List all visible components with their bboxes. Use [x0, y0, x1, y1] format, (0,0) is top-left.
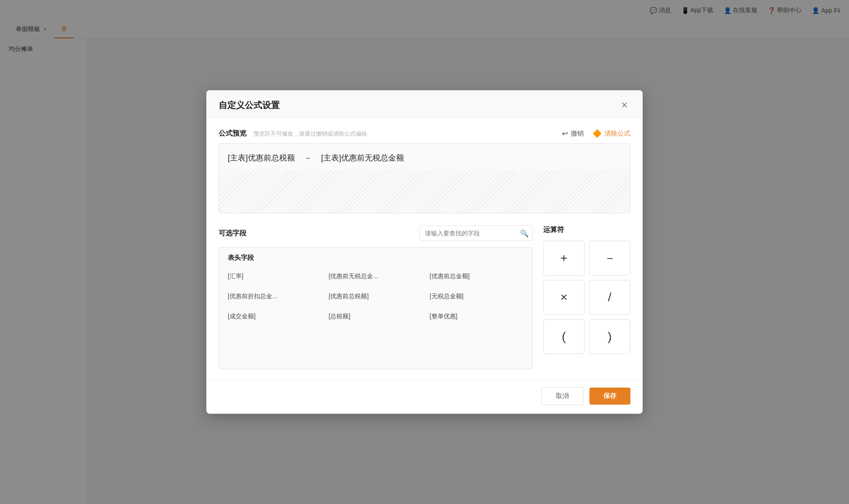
field-item-pretax-discount-total[interactable]: [优惠前折扣总金... — [224, 286, 325, 306]
field-group-header: 表头字段 — [219, 248, 532, 266]
formula-left-term: [主表]优惠前总税额 — [228, 153, 295, 162]
formula-expression: [主表]优惠前总税额 － [主表]优惠前无税总金额 — [228, 153, 621, 163]
clear-formula-button[interactable]: 🔶 清除公式 — [592, 129, 630, 138]
operator-multiply-button[interactable]: × — [543, 280, 585, 315]
formula-section-title: 公式预览 — [219, 129, 246, 138]
field-panel-header: 可选字段 🔍 — [219, 225, 533, 241]
field-search-box: 🔍 — [419, 225, 533, 241]
formula-settings-modal: 自定义公式设置 ✕ 公式预览 预览区不可修改，请通过撤销或清除公式编辑 ↩ 撤销… — [206, 90, 643, 414]
search-icon: 🔍 — [520, 229, 529, 238]
formula-preview-section: 公式预览 预览区不可修改，请通过撤销或清除公式编辑 ↩ 撤销 🔶 清除公式 [主… — [219, 129, 630, 213]
field-list-container: 表头字段 [汇率] [优惠前无税总金... [优惠前总金额] [优惠前折扣总金.… — [219, 247, 533, 369]
undo-button[interactable]: ↩ 撤销 — [562, 129, 584, 138]
operator-grid: + － × / ( ) — [543, 241, 630, 354]
field-item-total-tax[interactable]: [总税额] — [325, 306, 426, 327]
field-grid: [汇率] [优惠前无税总金... [优惠前总金额] [优惠前折扣总金... [优 — [219, 266, 532, 332]
field-item-pretax-tax[interactable]: [优惠前总税额] — [325, 286, 426, 306]
field-item-notax-total[interactable]: [无税总金额] — [426, 286, 527, 306]
field-panel: 可选字段 🔍 表头字段 [汇率] [ — [219, 225, 533, 369]
field-item-transaction-amount[interactable]: [成交金额] — [224, 306, 325, 327]
formula-right-term: [主表]优惠前无税总金额 — [321, 153, 404, 162]
operator-title: 运算符 — [543, 225, 630, 235]
modal-close-button[interactable]: ✕ — [618, 99, 630, 111]
operator-divide-button[interactable]: / — [589, 280, 630, 315]
formula-hint: 预览区不可修改，请通过撤销或清除公式编辑 — [253, 130, 367, 138]
operator-minus-button[interactable]: － — [589, 241, 630, 276]
operator-plus-button[interactable]: + — [543, 241, 585, 276]
formula-preview-box: [主表]优惠前总税额 － [主表]优惠前无税总金额 — [219, 143, 630, 213]
field-item-order-discount[interactable]: [整单优惠] — [426, 306, 527, 327]
field-item-exchange-rate[interactable]: [汇率] — [224, 266, 325, 286]
modal-title: 自定义公式设置 — [219, 99, 280, 111]
modal-header: 自定义公式设置 ✕ — [206, 90, 643, 119]
operator-right-paren-button[interactable]: ) — [589, 319, 630, 354]
formula-operator: － — [304, 153, 312, 162]
search-button[interactable]: 🔍 — [517, 225, 532, 241]
undo-icon: ↩ — [562, 129, 568, 138]
modal-body: 公式预览 预览区不可修改，请通过撤销或清除公式编辑 ↩ 撤销 🔶 清除公式 [主… — [206, 119, 643, 380]
field-item-pretax-notax-total[interactable]: [优惠前无税总金... — [325, 266, 426, 286]
cancel-button[interactable]: 取消 — [541, 387, 583, 405]
save-button[interactable]: 保存 — [589, 388, 630, 405]
main-content: 可选字段 🔍 表头字段 [汇率] [ — [219, 225, 630, 369]
field-panel-title: 可选字段 — [219, 229, 246, 238]
clear-icon: 🔶 — [592, 129, 602, 138]
formula-header: 公式预览 预览区不可修改，请通过撤销或清除公式编辑 ↩ 撤销 🔶 清除公式 — [219, 129, 630, 138]
field-search-input[interactable] — [420, 230, 517, 237]
modal-footer: 取消 保存 — [206, 380, 643, 414]
field-item-pretax-total[interactable]: [优惠前总金额] — [426, 266, 527, 286]
operator-left-paren-button[interactable]: ( — [543, 319, 585, 354]
operator-panel: 运算符 + － × / ( — [543, 225, 630, 369]
formula-actions: ↩ 撤销 🔶 清除公式 — [562, 129, 630, 138]
